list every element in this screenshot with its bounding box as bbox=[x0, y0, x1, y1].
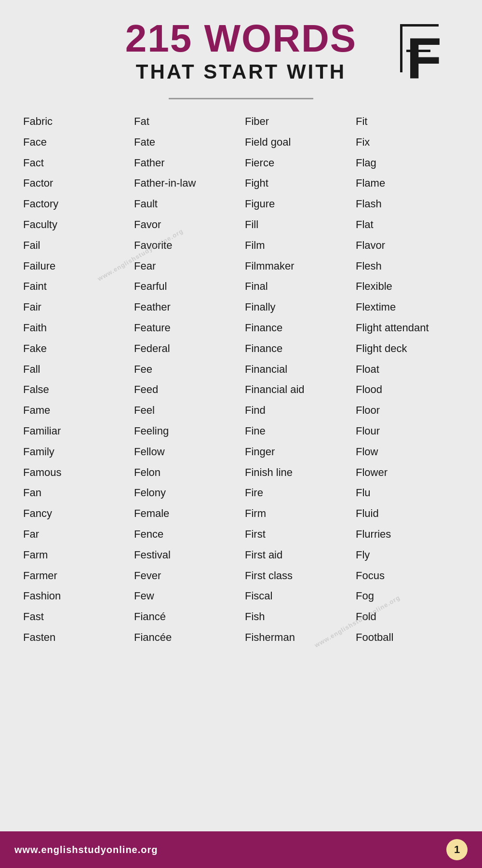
word-cell: Father-in-law bbox=[130, 173, 241, 194]
word-cell: Firm bbox=[241, 503, 352, 524]
word-cell: Fiscal bbox=[241, 586, 352, 607]
word-cell: Favorite bbox=[130, 235, 241, 256]
word-cell: Faculty bbox=[19, 215, 130, 235]
word-cell: Find bbox=[241, 400, 352, 421]
word-cell: Fiancée bbox=[130, 627, 241, 648]
word-cell: Fake bbox=[19, 339, 130, 359]
word-cell: Flower bbox=[352, 462, 463, 483]
word-cell: Fly bbox=[352, 545, 463, 566]
word-cell: Film bbox=[241, 235, 352, 256]
footer-url: www.englishstudyonline.org bbox=[14, 844, 158, 855]
word-cell: Flesh bbox=[352, 256, 463, 277]
word-cell: Fall bbox=[19, 359, 130, 380]
word-cell: Fluid bbox=[352, 503, 463, 524]
word-cell: Feather bbox=[130, 297, 241, 318]
word-cell: Factory bbox=[19, 194, 130, 215]
word-cell: Fierce bbox=[241, 153, 352, 174]
word-cell: Fisherman bbox=[241, 627, 352, 648]
word-cell: Flow bbox=[352, 442, 463, 462]
word-cell: Father bbox=[130, 153, 241, 174]
word-cell: Floor bbox=[352, 400, 463, 421]
word-cell: Fair bbox=[19, 297, 130, 318]
divider bbox=[169, 98, 313, 99]
word-cell: Felony bbox=[130, 483, 241, 503]
footer: www.englishstudyonline.org 1 bbox=[0, 831, 482, 868]
word-cell: Flood bbox=[352, 380, 463, 400]
word-cell: Fasten bbox=[19, 627, 130, 648]
word-cell: Financial bbox=[241, 359, 352, 380]
word-cell: Flash bbox=[352, 194, 463, 215]
word-cell: First bbox=[241, 524, 352, 545]
word-cell: Fearful bbox=[130, 276, 241, 297]
word-cell: Faith bbox=[19, 318, 130, 339]
word-cell: Face bbox=[19, 132, 130, 153]
word-cell: Few bbox=[130, 586, 241, 607]
word-cell: Flight deck bbox=[352, 339, 463, 359]
word-cell: Fog bbox=[352, 586, 463, 607]
word-cell: Fabric bbox=[19, 111, 130, 132]
word-cell: Fancy bbox=[19, 503, 130, 524]
word-cell: First class bbox=[241, 566, 352, 586]
title-sub: THAT START WITH bbox=[14, 60, 468, 83]
word-cell: Fault bbox=[130, 194, 241, 215]
word-cell: Fate bbox=[130, 132, 241, 153]
word-cell: Farmer bbox=[19, 566, 130, 586]
word-cell: Fat bbox=[130, 111, 241, 132]
word-cell: Family bbox=[19, 442, 130, 462]
word-cell: Flexible bbox=[352, 276, 463, 297]
word-cell: Finance bbox=[241, 339, 352, 359]
word-cell: Field goal bbox=[241, 132, 352, 153]
word-cell: Fashion bbox=[19, 586, 130, 607]
word-cell: Fame bbox=[19, 400, 130, 421]
word-cell: Familiar bbox=[19, 421, 130, 442]
main-container: 215 WORDS THAT START WITH F www.englishs… bbox=[0, 0, 482, 831]
word-cell: Failure bbox=[19, 256, 130, 277]
word-cell: Figure bbox=[241, 194, 352, 215]
word-cell: Flat bbox=[352, 215, 463, 235]
word-cell: Flag bbox=[352, 153, 463, 174]
word-cell: Feature bbox=[130, 318, 241, 339]
word-cell: Fix bbox=[352, 132, 463, 153]
word-cell: Fear bbox=[130, 256, 241, 277]
word-cell: Focus bbox=[352, 566, 463, 586]
word-cell: Flu bbox=[352, 483, 463, 503]
footer-page: 1 bbox=[446, 839, 468, 860]
word-cell: Fiber bbox=[241, 111, 352, 132]
word-cell: Fee bbox=[130, 359, 241, 380]
word-cell: Fight bbox=[241, 173, 352, 194]
word-cell: Felon bbox=[130, 462, 241, 483]
word-cell: Federal bbox=[130, 339, 241, 359]
word-cell: Float bbox=[352, 359, 463, 380]
header: 215 WORDS THAT START WITH F bbox=[14, 19, 468, 83]
title-number: 215 WORDS bbox=[14, 19, 468, 58]
word-cell: Factor bbox=[19, 173, 130, 194]
word-cell: Flurries bbox=[352, 524, 463, 545]
word-cell: Festival bbox=[130, 545, 241, 566]
word-cell: Female bbox=[130, 503, 241, 524]
word-cell: Finish line bbox=[241, 462, 352, 483]
word-cell: Financial aid bbox=[241, 380, 352, 400]
word-cell: Fill bbox=[241, 215, 352, 235]
word-cell: Flight attendant bbox=[352, 318, 463, 339]
word-cell: Fine bbox=[241, 421, 352, 442]
word-cell: Finance bbox=[241, 318, 352, 339]
word-cell: First aid bbox=[241, 545, 352, 566]
word-cell: Fast bbox=[19, 607, 130, 627]
word-cell: Flour bbox=[352, 421, 463, 442]
word-cell: Fish bbox=[241, 607, 352, 627]
word-cell: Fact bbox=[19, 153, 130, 174]
word-cell: Finger bbox=[241, 442, 352, 462]
word-cell: Fever bbox=[130, 566, 241, 586]
word-cell: Fit bbox=[352, 111, 463, 132]
word-cell: Feel bbox=[130, 400, 241, 421]
word-cell: Fire bbox=[241, 483, 352, 503]
word-cell: Feed bbox=[130, 380, 241, 400]
word-cell: Fellow bbox=[130, 442, 241, 462]
word-cell: Fan bbox=[19, 483, 130, 503]
word-cell: Far bbox=[19, 524, 130, 545]
word-cell: Flavor bbox=[352, 235, 463, 256]
word-cell: Favor bbox=[130, 215, 241, 235]
word-cell: Feeling bbox=[130, 421, 241, 442]
word-cell: Finally bbox=[241, 297, 352, 318]
word-cell: Fiancé bbox=[130, 607, 241, 627]
